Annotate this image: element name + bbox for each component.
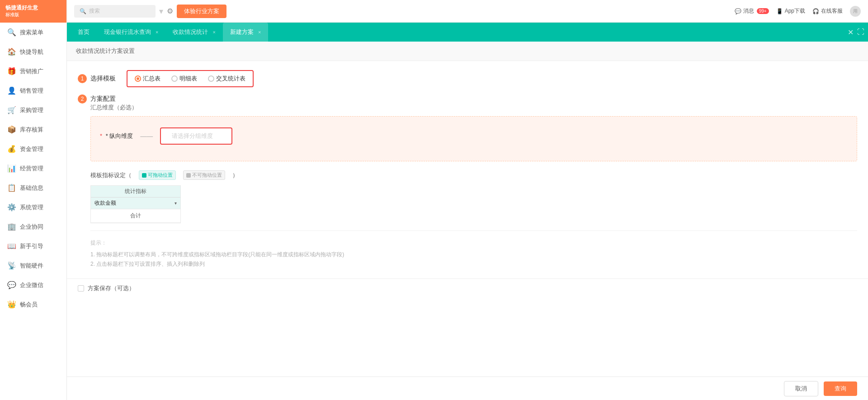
hints: 提示： 1. 拖动标题栏可以调整布局，不可跨维度或指标区域拖动栏目字段(只能在同… bbox=[90, 238, 857, 269]
column-header-label: 收款金额 bbox=[94, 199, 116, 207]
sidebar-item-enterprise-collab[interactable]: 🏢 企业协同 bbox=[0, 217, 66, 236]
tab-collection-stats[interactable]: 收款情况统计 × bbox=[165, 23, 222, 42]
building-icon: 🏢 bbox=[7, 222, 16, 231]
tab-bank-flow-label: 现金银行流水查询 bbox=[104, 28, 151, 36]
sidebar-item-smart-hardware[interactable]: 📡 智能硬件 bbox=[0, 256, 66, 275]
query-button[interactable]: 查询 bbox=[824, 381, 857, 396]
tab-bar-right: ✕ ⛶ bbox=[848, 28, 864, 37]
sidebar-item-basic-info[interactable]: 📋 基础信息 bbox=[0, 178, 66, 198]
sidebar: 畅捷通好生意 标准版 🔍 搜索菜单 🏠 快捷导航 🎁 营销推广 👤 销售管理 🛒… bbox=[0, 0, 67, 400]
tab-close-collection-stats[interactable]: × bbox=[212, 29, 215, 35]
top-header: 🔍 搜索 ▾ ⚙ 体验行业方案 💬 消息 99+ 📱 App下载 🎧 在线客服 bbox=[67, 0, 868, 23]
draggable-label: 可拖动位置 bbox=[148, 172, 173, 179]
step2-title-row: 2 方案配置 bbox=[78, 94, 857, 104]
metrics-table-cell-total: 合计 bbox=[91, 209, 180, 223]
hints-title: 提示： bbox=[90, 238, 857, 248]
dimension-select[interactable]: 请选择分组维度 bbox=[160, 127, 232, 145]
chevron-down-icon[interactable]: ▾ bbox=[175, 201, 177, 206]
sidebar-item-operations[interactable]: 📊 经营管理 bbox=[0, 159, 66, 178]
sidebar-item-label: 快捷导航 bbox=[20, 48, 43, 56]
sidebar-item-system[interactable]: ⚙️ 系统管理 bbox=[0, 198, 66, 217]
sidebar-item-label: 库存核算 bbox=[20, 126, 43, 134]
metrics-label-row: 模板指标设定（ 可拖动位置 不可拖动位置 ） bbox=[90, 170, 857, 180]
support-btn[interactable]: 🎧 在线客服 bbox=[812, 7, 843, 15]
gear-icon[interactable]: ⚙ bbox=[167, 7, 173, 15]
template-radio-group: 汇总表 明细表 交叉统计表 bbox=[127, 70, 254, 87]
tab-collection-stats-label: 收款情况统计 bbox=[173, 28, 208, 36]
download-label: App下载 bbox=[785, 7, 805, 15]
notification-badge: 99+ bbox=[757, 8, 769, 14]
cancel-button[interactable]: 取消 bbox=[784, 381, 818, 396]
header-left: 🔍 搜索 ▾ ⚙ 体验行业方案 bbox=[74, 5, 727, 18]
radio-summary-label: 汇总表 bbox=[143, 75, 160, 83]
close-window-icon[interactable]: ✕ bbox=[848, 28, 854, 37]
sidebar-item-membership[interactable]: 👑 畅会员 bbox=[0, 295, 66, 314]
tab-home[interactable]: 首页 bbox=[71, 23, 97, 42]
sidebar-item-label: 企业微信 bbox=[20, 281, 43, 289]
tab-close-new-plan[interactable]: × bbox=[258, 29, 261, 35]
radio-detail[interactable]: 明细表 bbox=[171, 75, 197, 83]
step1-indicator: 1 bbox=[78, 74, 87, 83]
notification-label: 消息 bbox=[743, 7, 754, 15]
save-checkbox[interactable] bbox=[78, 285, 84, 292]
dimension-wrapper: 汇总维度（必选） * * 纵向维度 —— 请选择分组维度 bbox=[90, 104, 857, 269]
search-bar[interactable]: 🔍 搜索 bbox=[74, 5, 156, 18]
step1-label: 选择模板 bbox=[90, 75, 116, 83]
search-placeholder: 搜索 bbox=[89, 7, 100, 15]
sidebar-item-enterprise-wechat[interactable]: 💬 企业微信 bbox=[0, 275, 66, 295]
save-option: 方案保存（可选） bbox=[67, 278, 868, 298]
step2-section: 2 方案配置 汇总维度（必选） * * 纵向维度 —— bbox=[78, 94, 857, 269]
sidebar-item-label: 畅会员 bbox=[20, 301, 38, 309]
tab-close-bank-flow[interactable]: × bbox=[156, 29, 158, 35]
logo-text: 畅捷通好生意 bbox=[5, 5, 38, 11]
tab-bank-flow[interactable]: 现金银行流水查询 × bbox=[97, 23, 165, 42]
main-content: 🔍 搜索 ▾ ⚙ 体验行业方案 💬 消息 99+ 📱 App下载 🎧 在线客服 bbox=[67, 0, 868, 400]
draggable-color-block bbox=[142, 173, 146, 178]
dimension-title: 汇总维度（必选） bbox=[90, 104, 857, 112]
sidebar-logo: 畅捷通好生意 标准版 bbox=[0, 0, 66, 23]
sidebar-item-label: 采购管理 bbox=[20, 106, 43, 114]
radio-detail-label: 明细表 bbox=[179, 75, 197, 83]
user-icon: 👤 bbox=[7, 86, 16, 95]
download-icon: 📱 bbox=[776, 8, 783, 14]
user-avatar[interactable]: 用 bbox=[850, 6, 861, 17]
dropdown-arrow-icon[interactable]: ▾ bbox=[159, 6, 163, 16]
trial-btn[interactable]: 体验行业方案 bbox=[177, 5, 226, 18]
metrics-table: 统计指标 收款金额 ▾ 合计 bbox=[90, 185, 181, 223]
app-download-btn[interactable]: 📱 App下载 bbox=[776, 7, 805, 15]
arrow-icon: —— bbox=[140, 132, 153, 140]
radio-cross-label: 交叉统计表 bbox=[216, 75, 245, 83]
sidebar-item-marketing[interactable]: 🎁 营销推广 bbox=[0, 61, 66, 81]
radio-cross[interactable]: 交叉统计表 bbox=[208, 75, 245, 83]
maximize-icon[interactable]: ⛶ bbox=[857, 28, 864, 36]
chat-icon: 💬 bbox=[7, 281, 16, 289]
home-icon: 🏠 bbox=[7, 47, 16, 56]
non-draggable-tag: 不可拖动位置 bbox=[183, 170, 225, 180]
radio-summary-circle bbox=[135, 75, 141, 82]
sidebar-item-label: 系统管理 bbox=[20, 203, 43, 212]
cart-icon: 🛒 bbox=[7, 106, 16, 114]
sidebar-item-sales[interactable]: 👤 销售管理 bbox=[0, 81, 66, 100]
sidebar-item-purchase[interactable]: 🛒 采购管理 bbox=[0, 100, 66, 120]
metrics-title: 模板指标设定（ bbox=[90, 171, 132, 179]
sidebar-item-inventory[interactable]: 📦 库存核算 bbox=[0, 120, 66, 139]
sidebar-item-quick-nav[interactable]: 🏠 快捷导航 bbox=[0, 42, 66, 61]
vertical-dim-label: * * 纵向维度 bbox=[100, 132, 133, 140]
gift-icon: 🎁 bbox=[7, 67, 16, 75]
tab-new-plan[interactable]: 新建方案 × bbox=[223, 23, 268, 42]
sidebar-item-search-menu[interactable]: 🔍 搜索菜单 bbox=[0, 23, 66, 42]
step2-label: 方案配置 bbox=[90, 95, 116, 103]
non-draggable-color-block bbox=[186, 173, 191, 178]
logo-edition: 标准版 bbox=[5, 12, 38, 18]
divider bbox=[90, 231, 857, 231]
main-section: 1 选择模板 汇总表 明细表 交叉统计表 bbox=[67, 61, 868, 278]
metrics-table-header[interactable]: 收款金额 ▾ bbox=[91, 198, 180, 209]
sidebar-item-label: 搜索菜单 bbox=[20, 28, 43, 37]
chart-icon: 📊 bbox=[7, 164, 16, 173]
support-label: 在线客服 bbox=[821, 7, 843, 15]
notification-btn[interactable]: 💬 消息 99+ bbox=[735, 7, 769, 15]
money-icon: 💰 bbox=[7, 145, 16, 153]
radio-summary[interactable]: 汇总表 bbox=[135, 75, 160, 83]
sidebar-item-finance[interactable]: 💰 资金管理 bbox=[0, 139, 66, 159]
sidebar-item-guide[interactable]: 📖 新手引导 bbox=[0, 236, 66, 256]
